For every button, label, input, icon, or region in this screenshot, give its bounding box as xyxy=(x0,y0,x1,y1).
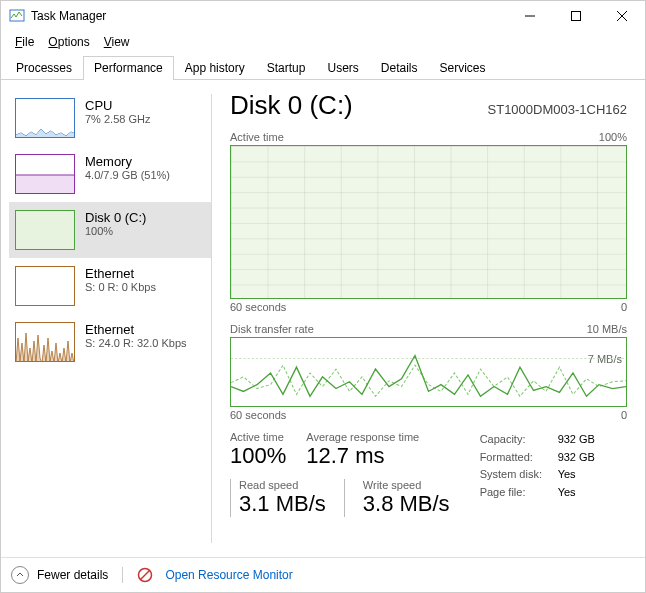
chart2-label-right: 10 MB/s xyxy=(587,323,627,335)
sidebar-eth0-sub: S: 0 R: 0 Kbps xyxy=(85,281,156,293)
chart2-footer-left: 60 seconds xyxy=(230,409,286,421)
sidebar-item-eth0[interactable]: Ethernet S: 0 R: 0 Kbps xyxy=(9,258,211,314)
stat-read-label: Read speed xyxy=(239,479,326,491)
tab-bar: Processes Performance App history Startu… xyxy=(1,55,645,80)
tab-users[interactable]: Users xyxy=(316,56,369,80)
svg-rect-7 xyxy=(16,211,75,250)
tab-details[interactable]: Details xyxy=(370,56,429,80)
svg-rect-2 xyxy=(572,12,581,21)
stat-read-value: 3.1 MB/s xyxy=(239,491,326,517)
menu-file[interactable]: File xyxy=(9,33,40,51)
tab-processes[interactable]: Processes xyxy=(5,56,83,80)
tab-performance[interactable]: Performance xyxy=(83,56,174,80)
chart-active-time xyxy=(230,145,627,299)
sidebar-item-disk[interactable]: Disk 0 (C:) 100% xyxy=(9,202,211,258)
window-title: Task Manager xyxy=(31,9,106,23)
close-button[interactable] xyxy=(599,1,645,31)
chart-transfer-rate: 7 MB/s xyxy=(230,337,627,407)
sidebar-eth0-name: Ethernet xyxy=(85,266,156,281)
tab-startup[interactable]: Startup xyxy=(256,56,317,80)
page-title: Disk 0 (C:) xyxy=(230,90,353,121)
stat-avg-resp-value: 12.7 ms xyxy=(306,443,419,469)
footer: Fewer details Open Resource Monitor xyxy=(1,557,645,591)
disk-properties: Capacity:932 GB Formatted:932 GB System … xyxy=(480,431,595,517)
main-panel: Disk 0 (C:) ST1000DM003-1CH162 Active ti… xyxy=(212,80,645,557)
chart2-footer-right: 0 xyxy=(621,409,627,421)
tab-services[interactable]: Services xyxy=(429,56,497,80)
menu-options[interactable]: Options xyxy=(42,33,95,51)
svg-line-10 xyxy=(141,570,150,579)
chevron-up-icon[interactable] xyxy=(11,566,29,584)
sidebar-memory-name: Memory xyxy=(85,154,170,169)
disk-model: ST1000DM003-1CH162 xyxy=(488,102,627,117)
open-resource-monitor-link[interactable]: Open Resource Monitor xyxy=(165,568,292,582)
fewer-details-button[interactable]: Fewer details xyxy=(37,568,108,582)
minimize-button[interactable] xyxy=(507,1,553,31)
chart1-footer-right: 0 xyxy=(621,301,627,313)
titlebar: Task Manager xyxy=(1,1,645,31)
stat-write-label: Write speed xyxy=(363,479,450,491)
stat-write-value: 3.8 MB/s xyxy=(363,491,450,517)
app-icon xyxy=(9,8,25,24)
sidebar-disk-name: Disk 0 (C:) xyxy=(85,210,146,225)
sidebar-cpu-sub: 7% 2.58 GHz xyxy=(85,113,150,125)
chart1-label-left: Active time xyxy=(230,131,284,143)
stat-active-time-label: Active time xyxy=(230,431,286,443)
chart2-label-left: Disk transfer rate xyxy=(230,323,314,335)
menubar: File Options View xyxy=(1,31,645,55)
chart1-label-right: 100% xyxy=(599,131,627,143)
sidebar-eth1-name: Ethernet xyxy=(85,322,187,337)
stat-avg-resp-label: Average response time xyxy=(306,431,419,443)
chart1-footer-left: 60 seconds xyxy=(230,301,286,313)
sidebar: CPU 7% 2.58 GHz Memory 4.0/7.9 GB (51%) xyxy=(1,80,211,557)
sidebar-item-eth1[interactable]: Ethernet S: 24.0 R: 32.0 Kbps xyxy=(9,314,211,370)
sidebar-memory-sub: 4.0/7.9 GB (51%) xyxy=(85,169,170,181)
sidebar-cpu-name: CPU xyxy=(85,98,150,113)
resmon-icon xyxy=(137,567,153,583)
menu-view[interactable]: View xyxy=(98,33,136,51)
sidebar-eth1-sub: S: 24.0 R: 32.0 Kbps xyxy=(85,337,187,349)
sidebar-item-memory[interactable]: Memory 4.0/7.9 GB (51%) xyxy=(9,146,211,202)
maximize-button[interactable] xyxy=(553,1,599,31)
tab-apphistory[interactable]: App history xyxy=(174,56,256,80)
svg-rect-5 xyxy=(16,175,75,194)
sidebar-item-cpu[interactable]: CPU 7% 2.58 GHz xyxy=(9,90,211,146)
stats-area: Active time 100% Average response time 1… xyxy=(230,431,627,517)
stat-active-time-value: 100% xyxy=(230,443,286,469)
separator xyxy=(122,567,123,583)
sidebar-disk-sub: 100% xyxy=(85,225,146,237)
